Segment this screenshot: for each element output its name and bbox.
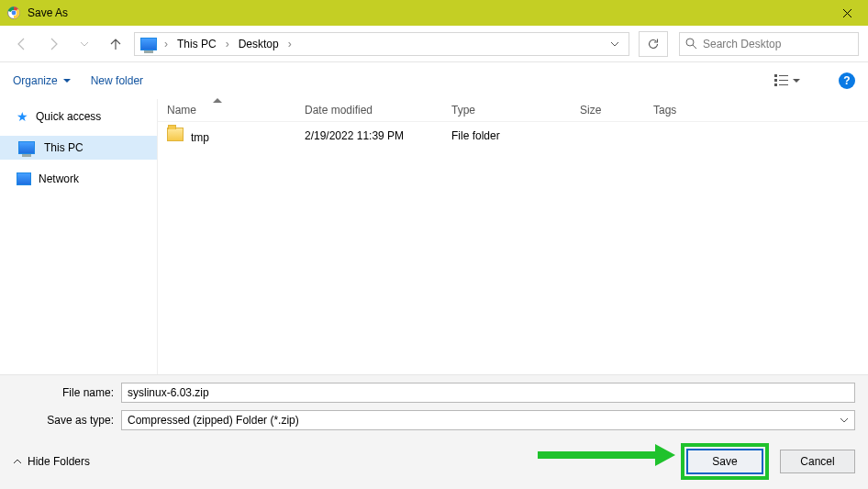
sort-indicator-icon	[213, 98, 222, 103]
sidebar-item-label: Quick access	[36, 110, 101, 123]
sidebar-item-quick-access[interactable]: ★ Quick access	[0, 105, 157, 128]
chevron-right-icon[interactable]: ›	[162, 38, 170, 50]
column-size[interactable]: Size	[571, 104, 644, 117]
svg-rect-6	[774, 83, 777, 86]
toolbar: Organize New folder ?	[0, 62, 868, 99]
folder-icon	[167, 128, 184, 141]
this-pc-icon	[18, 141, 35, 154]
save-type-value: Compressed (zipped) Folder (*.zip)	[128, 414, 299, 427]
chevron-down-icon	[63, 77, 71, 84]
column-date[interactable]: Date modified	[295, 104, 442, 117]
chevron-down-icon	[840, 416, 849, 425]
svg-point-3	[686, 39, 694, 46]
svg-rect-5	[774, 79, 777, 82]
search-icon	[685, 38, 697, 50]
organize-label: Organize	[13, 74, 58, 87]
chrome-icon	[7, 6, 20, 19]
cell-type: File folder	[442, 129, 571, 142]
back-button[interactable]	[9, 31, 35, 57]
footer: File name: Save as type: Compressed (zip…	[0, 374, 868, 489]
save-label: Save	[712, 455, 737, 468]
svg-point-2	[12, 11, 17, 16]
file-name-input[interactable]	[121, 383, 855, 403]
search-placeholder: Search Desktop	[703, 38, 781, 50]
main-area: ★ Quick access This PC Network Name Date…	[0, 99, 868, 374]
up-button[interactable]	[103, 31, 128, 57]
column-type[interactable]: Type	[442, 104, 571, 117]
cancel-button[interactable]: Cancel	[780, 450, 855, 473]
sidebar-item-label: Network	[39, 172, 79, 185]
sidebar-item-this-pc[interactable]: This PC	[0, 136, 157, 160]
view-menu[interactable]	[774, 71, 807, 91]
sidebar-item-network[interactable]: Network	[0, 167, 157, 191]
organize-menu[interactable]: Organize	[13, 74, 71, 87]
file-name-label: File name:	[13, 386, 114, 399]
hide-folders-label: Hide Folders	[28, 455, 90, 468]
file-listing: Name Date modified Type Size Tags tmp 2/…	[158, 99, 868, 374]
help-button[interactable]: ?	[839, 72, 855, 89]
highlight-box: Save	[681, 443, 769, 480]
refresh-button[interactable]	[639, 31, 668, 57]
svg-rect-4	[774, 74, 777, 77]
address-bar[interactable]: › This PC › Desktop ›	[134, 32, 629, 56]
file-name: tmp	[191, 131, 209, 144]
hide-folders-button[interactable]: Hide Folders	[13, 455, 90, 468]
this-pc-icon	[140, 38, 157, 50]
save-type-select[interactable]: Compressed (zipped) Folder (*.zip)	[121, 410, 855, 430]
forward-button[interactable]	[40, 31, 66, 57]
cell-date: 2/19/2022 11:39 PM	[295, 129, 442, 142]
view-icon	[774, 74, 789, 87]
search-input[interactable]: Search Desktop	[679, 32, 859, 56]
nav-row: › This PC › Desktop › Search Desktop	[0, 26, 868, 62]
sidebar-item-label: This PC	[44, 141, 83, 154]
breadcrumb-root[interactable]: This PC	[173, 38, 220, 50]
breadcrumb-folder[interactable]: Desktop	[235, 38, 283, 50]
cell-name: tmp	[158, 128, 295, 144]
window-title: Save As	[28, 6, 68, 19]
title-bar: Save As	[0, 0, 868, 26]
chevron-right-icon[interactable]: ›	[224, 38, 231, 50]
close-button[interactable]	[826, 0, 868, 26]
new-folder-button[interactable]: New folder	[91, 74, 143, 87]
recent-dropdown[interactable]	[72, 31, 97, 57]
chevron-down-icon	[793, 77, 800, 84]
column-tags[interactable]: Tags	[644, 104, 718, 117]
sidebar: ★ Quick access This PC Network	[0, 99, 158, 374]
column-headers: Name Date modified Type Size Tags	[158, 99, 868, 122]
save-button[interactable]: Save	[686, 449, 763, 474]
network-icon	[17, 172, 31, 185]
address-dropdown[interactable]	[605, 39, 625, 49]
column-name[interactable]: Name	[158, 104, 295, 117]
chevron-right-icon[interactable]: ›	[286, 38, 294, 50]
star-icon: ★	[17, 109, 28, 124]
save-type-label: Save as type:	[13, 414, 114, 427]
chevron-up-icon	[13, 457, 22, 466]
cancel-label: Cancel	[800, 455, 834, 468]
list-item[interactable]: tmp 2/19/2022 11:39 PM File folder	[158, 122, 868, 150]
